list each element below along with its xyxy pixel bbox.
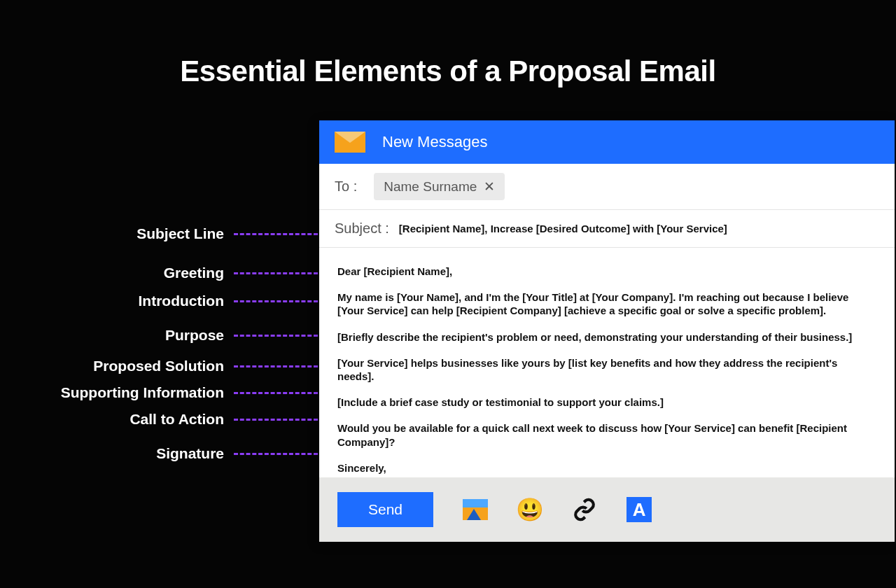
subject-row: Subject : [Recipient Name], Increase [De… [319, 210, 895, 248]
email-header-bar: New Messages [319, 120, 895, 164]
email-compose-window: New Messages To : Name Surname ✕ Subject… [319, 120, 895, 542]
label-subject-line: Subject Line [0, 225, 224, 242]
body-introduction: My name is [Your Name], and I'm the [You… [337, 290, 876, 317]
recipient-name: Name Surname [384, 179, 477, 195]
connector-line [234, 453, 318, 455]
label-supporting-info: Supporting Information [0, 384, 224, 401]
email-body[interactable]: Dear [Recipient Name], My name is [Your … [319, 248, 895, 495]
emoji-icon: 😃 [516, 496, 544, 523]
body-purpose: [Briefly describe the recipient's proble… [337, 330, 876, 344]
email-toolbar: Send 😃 A [319, 477, 895, 542]
body-support: [Include a brief case study or testimoni… [337, 396, 876, 409]
page-title: Essential Elements of a Proposal Email [0, 0, 896, 88]
envelope-icon [335, 132, 365, 153]
text-format-icon: A [626, 497, 652, 522]
body-cta: Would you be available for a quick call … [337, 421, 876, 448]
remove-recipient-icon[interactable]: ✕ [484, 178, 495, 195]
insert-emoji-button[interactable]: 😃 [517, 497, 542, 522]
connector-line [234, 300, 318, 302]
connector-line [234, 419, 318, 421]
to-label: To : [335, 178, 357, 195]
label-purpose: Purpose [0, 327, 224, 344]
connector-line [234, 272, 318, 274]
label-proposed-solution: Proposed Solution [0, 358, 224, 374]
label-greeting: Greeting [0, 265, 224, 281]
label-introduction: Introduction [0, 293, 224, 309]
to-row: To : Name Surname ✕ [319, 164, 895, 210]
insert-link-button[interactable] [572, 497, 597, 522]
text-format-button[interactable]: A [626, 497, 652, 522]
label-signature: Signature [0, 445, 224, 462]
email-header-title: New Messages [382, 133, 487, 151]
body-solution: [Your Service] helps businesses like you… [337, 356, 876, 383]
send-button[interactable]: Send [337, 492, 433, 527]
subject-input[interactable]: [Recipient Name], Increase [Desired Outc… [399, 223, 727, 234]
body-signoff: Sincerely, [337, 461, 876, 475]
image-icon [463, 499, 488, 520]
connector-line [234, 335, 318, 337]
body-greeting: Dear [Recipient Name], [337, 265, 876, 278]
link-icon [573, 498, 596, 522]
connector-line [234, 365, 318, 368]
recipient-chip[interactable]: Name Surname ✕ [374, 173, 505, 200]
subject-label: Subject : [335, 220, 389, 237]
label-call-to-action: Call to Action [0, 411, 224, 428]
connector-line [234, 233, 318, 235]
connector-line [234, 392, 318, 394]
insert-image-button[interactable] [463, 497, 488, 522]
